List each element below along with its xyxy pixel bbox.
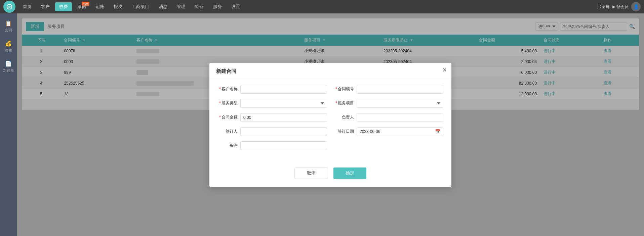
nav-fee[interactable]: 收费 — [55, 2, 72, 11]
amount-label: *合同金额 — [217, 114, 238, 120]
form-row-2: *服务类型 *服务项目 — [217, 99, 443, 108]
sidebar-item-reconciliation[interactable]: 📄 对账单 — [1, 57, 16, 76]
contract-icon: 📋 — [5, 19, 12, 27]
client-name-input[interactable] — [240, 85, 327, 94]
vip-button[interactable]: ▶ 畅会员 — [612, 4, 629, 10]
nav-client[interactable]: 客户 — [37, 2, 54, 11]
required-star-3: * — [219, 101, 221, 105]
nav-settings[interactable]: 设置 — [227, 2, 244, 11]
nav-message[interactable]: 消息 — [155, 2, 171, 11]
confirm-button[interactable]: 确定 — [333, 168, 366, 179]
form-row-1: *客户名称 *合同编号 — [217, 85, 443, 94]
main-layout: 📋 合同 💰 收费 📄 对账单 新增 服务项目 进行中 已完成 已终止 — [0, 13, 644, 236]
sign-date-input[interactable] — [357, 128, 432, 136]
form-group-sign-date: 签订日期 📅 — [334, 127, 443, 136]
form-group-contract-no: *合同编号 — [334, 85, 443, 94]
nav-tax[interactable]: 报税 — [110, 2, 126, 11]
signer-label: 签订人 — [217, 129, 238, 134]
sign-date-label: 签订日期 — [334, 129, 354, 134]
form-group-client-name: *客户名称 — [217, 85, 327, 94]
nav-operation[interactable]: 经营 — [191, 2, 208, 11]
required-star-2: * — [335, 87, 337, 91]
service-type-select[interactable] — [240, 99, 327, 108]
contract-no-input[interactable] — [357, 85, 443, 94]
calendar-icon[interactable]: 📅 — [432, 129, 443, 134]
fullscreen-icon: ⛶ — [597, 4, 601, 9]
nav-accounting[interactable]: 记账 — [91, 2, 108, 11]
responsible-label: 负责人 — [334, 114, 354, 120]
form-group-empty — [334, 141, 443, 150]
cancel-button[interactable]: 取消 — [294, 168, 328, 179]
app-logo — [3, 1, 15, 13]
form-group-remark: 备注 — [217, 141, 327, 150]
service-item-select[interactable] — [357, 99, 443, 108]
modal-title: 新建合同 — [209, 63, 451, 78]
form-group-service-type: *服务类型 — [217, 99, 327, 108]
reconciliation-icon: 📄 — [5, 60, 12, 67]
form-group-service-item: *服务项目 — [334, 99, 443, 108]
required-star-5: * — [219, 115, 221, 120]
vip-icon: ▶ — [612, 4, 615, 9]
required-star: * — [219, 87, 221, 91]
modal-overlay: 新建合同 ✕ *客户名称 *合同编号 — [17, 13, 644, 236]
remark-label: 备注 — [217, 143, 238, 148]
fee-icon: 💰 — [5, 40, 12, 47]
nav-invoice[interactable]: 票据 new — [73, 2, 90, 11]
nav-home[interactable]: 首页 — [19, 2, 36, 11]
sign-date-wrap: 📅 — [357, 127, 443, 136]
new-contract-modal: 新建合同 ✕ *客户名称 *合同编号 — [209, 63, 451, 187]
sidebar-item-fee[interactable]: 💰 收费 — [1, 37, 16, 56]
amount-input[interactable] — [240, 113, 327, 122]
modal-footer: 取消 确定 — [209, 162, 451, 187]
form-row-5: 备注 — [217, 141, 443, 150]
top-nav: 首页 客户 收费 票据 new 记账 报税 工商项目 消息 管理 经营 服务 设… — [0, 0, 644, 13]
top-nav-right: ⛶ 全屏 ▶ 畅会员 👤 — [597, 2, 641, 11]
signer-input[interactable] — [240, 127, 327, 136]
nav-service[interactable]: 服务 — [209, 2, 226, 11]
fullscreen-button[interactable]: ⛶ 全屏 — [597, 4, 610, 10]
new-badge: new — [82, 2, 89, 6]
main-content: 新增 服务项目 进行中 已完成 已终止 🔍 — [17, 13, 644, 236]
nav-manage[interactable]: 管理 — [173, 2, 190, 11]
modal-body: *客户名称 *合同编号 — [209, 78, 451, 162]
nav-business[interactable]: 工商项目 — [128, 2, 153, 11]
avatar-icon: 👤 — [633, 4, 639, 9]
service-item-label: *服务项目 — [334, 100, 354, 106]
sidebar-item-contract[interactable]: 📋 合同 — [1, 17, 16, 36]
remark-input[interactable] — [240, 141, 327, 150]
contract-no-label: *合同编号 — [334, 86, 354, 92]
nav-items: 首页 客户 收费 票据 new 记账 报税 工商项目 消息 管理 经营 服务 设… — [19, 2, 597, 11]
modal-close-button[interactable]: ✕ — [442, 67, 447, 73]
form-group-responsible: 负责人 — [334, 113, 443, 122]
form-row-4: 签订人 签订日期 📅 — [217, 127, 443, 136]
form-group-amount: *合同金额 — [217, 113, 327, 122]
sidebar: 📋 合同 💰 收费 📄 对账单 — [0, 13, 17, 236]
required-star-4: * — [335, 101, 337, 105]
form-group-signer: 签订人 — [217, 127, 327, 136]
service-type-label: *服务类型 — [217, 100, 238, 106]
client-name-label: *客户名称 — [217, 86, 238, 92]
responsible-input[interactable] — [357, 113, 443, 122]
form-row-3: *合同金额 负责人 — [217, 113, 443, 122]
avatar[interactable]: 👤 — [631, 2, 641, 11]
